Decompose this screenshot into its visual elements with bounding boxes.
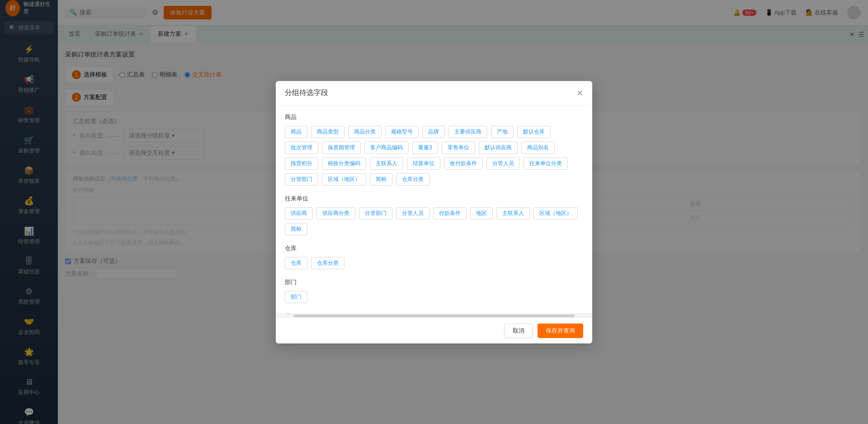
field-tag-supplier-category[interactable]: 供应商分类 bbox=[316, 207, 355, 219]
field-tag-origin[interactable]: 产地 bbox=[491, 126, 514, 138]
field-tag-default-warehouse[interactable]: 默认仓库 bbox=[517, 126, 551, 138]
field-tag-mgmt-dept[interactable]: 分管部门 bbox=[285, 173, 318, 186]
field-tag-default-supplier[interactable]: 默认供应商 bbox=[479, 142, 518, 154]
field-tag-payment-terms[interactable]: 收付款条件 bbox=[444, 157, 483, 170]
field-tag-warehouse-cat[interactable]: 仓库分类 bbox=[311, 257, 344, 269]
section-warehouse-tags: 仓库 仓库分类 bbox=[285, 257, 583, 269]
section-department-title: 部门 bbox=[285, 278, 583, 286]
section-counterparty-title: 往来单位 bbox=[285, 195, 583, 203]
field-tag-cp-short-name[interactable]: 简称 bbox=[285, 223, 307, 235]
field-tag-spec-model[interactable]: 规格型号 bbox=[385, 126, 419, 138]
section-department: 部门 部门 bbox=[285, 278, 583, 303]
modal-close-button[interactable]: ✕ bbox=[576, 88, 583, 98]
section-counterparty: 往来单位 供应商 供应商分类 分管部门 分管人员 付款条件 地区 主联系人 区域… bbox=[285, 195, 583, 235]
field-tag-batch-mgmt[interactable]: 批次管理 bbox=[285, 142, 318, 154]
field-tag-cp-payment-terms[interactable]: 付款条件 bbox=[433, 207, 467, 219]
field-tag-cp-region[interactable]: 地区 bbox=[470, 207, 493, 219]
modal-footer: 取消 保存并查询 bbox=[276, 318, 592, 343]
field-tag-settlement-unit[interactable]: 结算单位 bbox=[407, 157, 440, 170]
field-tag-goods-alias[interactable]: 商品别名 bbox=[521, 142, 555, 154]
field-tag-warehouse-category[interactable]: 仓库分类 bbox=[396, 173, 429, 186]
field-tag-goods-category[interactable]: 商品分类 bbox=[348, 126, 382, 138]
field-tag-counterparty-category[interactable]: 往来单位分类 bbox=[524, 157, 568, 170]
field-tag-pick-points[interactable]: 拣货积分 bbox=[285, 157, 318, 170]
field-tag-warehouse[interactable]: 仓库 bbox=[285, 257, 307, 269]
modal-cancel-button[interactable]: 取消 bbox=[504, 324, 533, 338]
field-tag-supplier[interactable]: 供应商 bbox=[285, 207, 313, 219]
modal-header: 分组待选字段 ✕ bbox=[276, 81, 592, 106]
section-warehouse-title: 仓库 bbox=[285, 244, 583, 252]
field-tag-goods-type[interactable]: 商品类型 bbox=[311, 126, 344, 138]
section-department-tags: 部门 bbox=[285, 291, 583, 303]
field-tag-cp-area[interactable]: 区域（地区） bbox=[533, 207, 578, 219]
field-tag-brand[interactable]: 品牌 bbox=[422, 126, 445, 138]
field-tag-retail-unit[interactable]: 零售单位 bbox=[442, 142, 475, 154]
field-tag-cp-mgmt-dept[interactable]: 分管部门 bbox=[359, 207, 392, 219]
field-tag-customer-code[interactable]: 客户商品编码 bbox=[364, 142, 409, 154]
field-tag-short-name[interactable]: 简称 bbox=[370, 173, 392, 186]
modal-title: 分组待选字段 bbox=[285, 88, 328, 98]
section-goods-tags: 商品 商品类型 商品分类 规格型号 品牌 主要供应商 产地 默认仓库 批次管理 … bbox=[285, 126, 583, 186]
field-tag-department[interactable]: 部门 bbox=[285, 291, 307, 303]
field-tag-region[interactable]: 区域（地区） bbox=[322, 173, 366, 186]
field-tag-tax-code[interactable]: 税收分类编码 bbox=[322, 157, 366, 170]
field-select-modal: 分组待选字段 ✕ 商品 商品 商品类型 商品分类 规格型号 品牌 主要供应商 产… bbox=[276, 81, 592, 343]
field-tag-cp-mgmt-person[interactable]: 分管人员 bbox=[396, 207, 429, 219]
section-goods: 商品 商品 商品类型 商品分类 规格型号 品牌 主要供应商 产地 默认仓库 批次… bbox=[285, 113, 583, 186]
field-tag-cp-main-contact[interactable]: 主联系人 bbox=[496, 207, 530, 219]
field-tag-expiry-mgmt[interactable]: 保质期管理 bbox=[322, 142, 361, 154]
field-tag-goods[interactable]: 商品 bbox=[285, 126, 307, 138]
section-warehouse: 仓库 仓库 仓库分类 bbox=[285, 244, 583, 269]
modal-overlay: 分组待选字段 ✕ 商品 商品 商品类型 商品分类 规格型号 品牌 主要供应商 产… bbox=[0, 0, 868, 424]
field-tag-weight3[interactable]: 重量3 bbox=[412, 142, 438, 154]
modal-body: 商品 商品 商品类型 商品分类 规格型号 品牌 主要供应商 产地 默认仓库 批次… bbox=[276, 106, 592, 314]
field-tag-supervisor[interactable]: 分管人员 bbox=[486, 157, 520, 170]
field-tag-main-contact[interactable]: 主联系人 bbox=[370, 157, 403, 170]
modal-hscroll[interactable] bbox=[276, 314, 592, 317]
section-goods-title: 商品 bbox=[285, 113, 583, 121]
field-tag-main-supplier[interactable]: 主要供应商 bbox=[448, 126, 487, 138]
section-counterparty-tags: 供应商 供应商分类 分管部门 分管人员 付款条件 地区 主联系人 区域（地区） … bbox=[285, 207, 583, 235]
modal-save-query-button[interactable]: 保存并查询 bbox=[538, 324, 583, 338]
